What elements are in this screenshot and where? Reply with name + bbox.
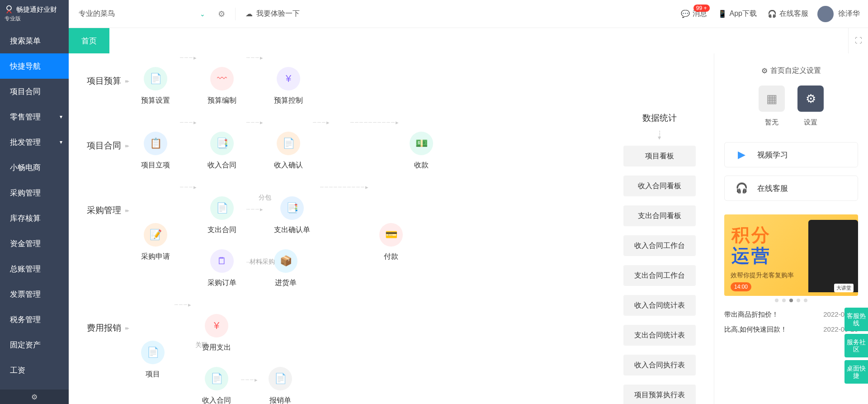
flow-node[interactable]: 📑收入合同	[208, 132, 236, 170]
flow-row-label: 费用报销▪▸▸	[87, 314, 141, 334]
node-icon: 📄	[277, 132, 300, 155]
sidebar-item-6[interactable]: 采购管理	[0, 180, 69, 205]
flow-node[interactable]: ¥预算控制	[274, 67, 303, 105]
float-badge[interactable]: 客服热线	[844, 308, 868, 331]
stat-button[interactable]: 项目预算执行表	[623, 385, 696, 404]
node-label: 采购申请	[141, 252, 170, 261]
stat-button[interactable]: 项目看板	[623, 146, 696, 166]
flow-node[interactable]: 📄支出合同	[208, 196, 236, 235]
arrow-icon: ┄┄┄┄┄┄┄┄┄┄▸	[320, 184, 369, 288]
try-button[interactable]: ☁ 我要体验一下	[245, 9, 300, 19]
sidebar-item-5[interactable]: 小畅电商	[0, 155, 69, 180]
node-icon: ¥	[277, 67, 300, 90]
node-icon: 💵	[410, 132, 433, 155]
sidebar-item-8[interactable]: 资金管理	[0, 231, 69, 256]
online-service-button[interactable]: 🎧 在线客服	[768, 9, 808, 19]
flow-node[interactable]: 📦进货单	[274, 249, 297, 288]
promo-banner[interactable]: 积分 运营 效帮你提升老客复购率 14:00 任海伦 大讲堂	[724, 214, 858, 296]
sidebar-item-4[interactable]: 批发管理▾	[0, 129, 69, 155]
avatar[interactable]	[817, 6, 834, 22]
tab-home[interactable]: 首页	[69, 28, 109, 53]
sidebar-item-10[interactable]: 发票管理	[0, 281, 69, 307]
node-icon: 📄	[205, 367, 228, 390]
node-icon: 📄	[269, 367, 292, 390]
none-icon: ▦	[759, 86, 785, 112]
node-icon: 💳	[379, 223, 403, 247]
stat-button[interactable]: 收入合同执行表	[623, 355, 696, 375]
sidebar-item-11[interactable]: 税务管理	[0, 307, 69, 332]
node-icon: 🗒	[210, 249, 234, 273]
arrow-icon: ┄┄┄▸	[246, 119, 264, 170]
panel-head-label: 首页自定义设置	[770, 66, 821, 76]
messages-button[interactable]: 💬 消息 99 +	[681, 9, 707, 19]
gear-icon: ⚙	[761, 67, 768, 75]
gear-icon[interactable]: ⚙	[218, 9, 225, 19]
flow-node[interactable]: 📄项目	[141, 341, 165, 379]
banner-sub: 效帮你提升老客复购率	[731, 271, 794, 280]
app-dl-label: App下载	[730, 9, 757, 19]
app-edition: 专业版	[5, 15, 69, 23]
triangle-icon: ▪▸▸	[125, 325, 128, 331]
stat-button[interactable]: 收入合同统计表	[623, 295, 696, 316]
app-download-button[interactable]: 📱 App下载	[718, 9, 757, 19]
flow-node[interactable]: 🗒采购订单	[208, 249, 236, 288]
sidebar-item-13[interactable]: 工资	[0, 357, 69, 383]
sidebar-item-1[interactable]: 快捷导航	[0, 53, 69, 79]
node-icon: 📄	[210, 196, 234, 220]
float-badges: 客服热线服务社区桌面快捷	[844, 308, 868, 384]
news-title: 比高,如何快速回款！	[724, 325, 787, 334]
arrow-icon: ┄┄┄▸	[180, 54, 198, 105]
flow-node[interactable]: 📝采购申请	[141, 223, 170, 261]
logo: 畅捷通好业财 专业版	[0, 0, 69, 28]
org-selector[interactable]: 专业的菜鸟 ⌄	[79, 9, 205, 19]
node-label: 项目	[146, 370, 160, 379]
stat-button[interactable]: 支出合同看板	[623, 205, 696, 226]
sidebar-settings[interactable]: ⚙	[0, 390, 69, 404]
flow-node[interactable]: 📑支出确认单	[274, 196, 310, 235]
stat-button[interactable]: 收入合同工作台	[623, 235, 696, 256]
carousel-dots[interactable]	[724, 299, 858, 302]
flow-node[interactable]: 📄收入合同	[202, 367, 231, 404]
panel-link[interactable]: ▶视频学习	[724, 142, 858, 167]
flow-node[interactable]: 💵收款	[410, 132, 433, 170]
arrow-icon: ┄┄┄▸	[241, 376, 259, 383]
gear-icon: ⚙	[31, 393, 38, 401]
edge-label: 关联	[195, 341, 208, 349]
news-item[interactable]: 带出商品折扣价！2022-09-20	[724, 310, 858, 319]
panel-head[interactable]: ⚙ 首页自定义设置	[724, 66, 858, 76]
node-icon: 📝	[144, 223, 167, 247]
sidebar-item-3[interactable]: 零售管理▾	[0, 104, 69, 129]
stat-button[interactable]: 支出合同统计表	[623, 325, 696, 346]
sidebar-item-7[interactable]: 库存核算	[0, 205, 69, 231]
flow-node[interactable]: 〰预算编制	[208, 67, 236, 105]
news-item[interactable]: 比高,如何快速回款！2022-09-20	[724, 325, 858, 334]
card-none[interactable]: ▦ 暂无	[759, 86, 785, 127]
app-name: 畅捷通好业财	[16, 5, 57, 14]
sidebar-item-12[interactable]: 固定资产	[0, 332, 69, 357]
panel-link[interactable]: 🎧在线客服	[724, 176, 858, 201]
stat-button[interactable]: 收入合同看板	[623, 176, 696, 196]
node-label: 付款	[384, 252, 398, 261]
float-badge[interactable]: 桌面快捷	[844, 360, 868, 384]
arrow-icon: ┄┄┄▸	[246, 206, 264, 213]
card-settings[interactable]: ⚙ 设置	[797, 86, 824, 127]
flow-node[interactable]: 💳付款	[379, 223, 403, 261]
stats-column: 数据统计 ┆▾ 项目看板收入合同看板支出合同看板收入合同工作台支出合同工作台收入…	[623, 112, 696, 404]
news-title: 带出商品折扣价！	[724, 310, 778, 319]
flow-node[interactable]: 📄报销单	[269, 367, 292, 404]
chat-icon: 💬	[681, 10, 690, 18]
node-icon: 〰	[210, 67, 234, 90]
sidebar-item-0[interactable]: 搜索菜单	[0, 28, 69, 53]
down-arrow-icon: ┆▾	[658, 132, 661, 139]
top-header: 畅捷通好业财 专业版 专业的菜鸟 ⌄ ⚙ ☁ 我要体验一下 💬 消息 99 + …	[0, 0, 868, 28]
node-icon: 📄	[141, 341, 165, 364]
float-badge[interactable]: 服务社区	[844, 334, 868, 357]
node-label: 预算编制	[208, 96, 236, 105]
stat-button[interactable]: 支出合同工作台	[623, 265, 696, 286]
flow-node[interactable]: 📄预算设置	[141, 67, 170, 105]
expand-button[interactable]: ⛶	[848, 28, 868, 53]
flow-node[interactable]: 📋项目立项	[141, 132, 170, 170]
sidebar-item-2[interactable]: 项目合同	[0, 79, 69, 104]
sidebar-item-9[interactable]: 总账管理	[0, 256, 69, 281]
flow-node[interactable]: 📄收入确认	[274, 132, 303, 170]
